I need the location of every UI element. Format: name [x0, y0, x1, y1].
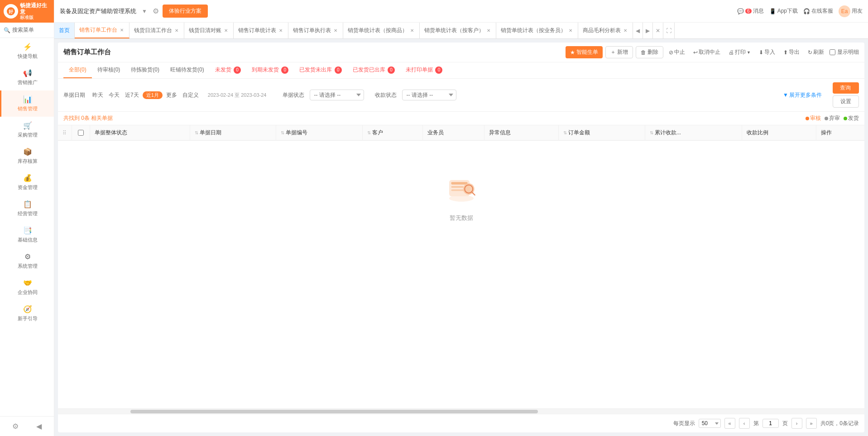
sidebar-item-inventory[interactable]: 📦 库存核算 [0, 143, 54, 169]
tab-cash-reconcile-close[interactable]: ✕ [223, 28, 229, 33]
show-detail-checkbox[interactable] [830, 49, 835, 55]
date-opt-yesterday[interactable]: 昨天 [91, 90, 105, 100]
select-all-checkbox[interactable] [78, 130, 84, 136]
tab-sales-summary-product[interactable]: 销货单统计表（按商品） ✕ [343, 23, 420, 38]
sub-tab-pending-check[interactable]: 待拣验货(0) [125, 62, 165, 78]
payment-filter-select[interactable]: -- 请选择 -- [402, 90, 456, 100]
expand-more-button[interactable]: ▼ 展开更多条件 [783, 91, 822, 99]
sub-tab-shipped-out[interactable]: 已发货已出库 0 [347, 62, 400, 78]
tab-sales-stats-close[interactable]: ✕ [278, 28, 283, 33]
review-action-btn[interactable]: 审核 [806, 114, 821, 122]
finance-label: 资金管理 [18, 184, 38, 191]
import-button[interactable]: ⬇ 导入 [756, 47, 778, 58]
sidebar-item-purchase[interactable]: 🛒 采购管理 [0, 117, 54, 143]
sidebar-item-cooperation[interactable]: 🤝 企业协同 [0, 274, 54, 300]
page-number-input[interactable] [762, 419, 779, 428]
sub-tab-not-printed[interactable]: 未打印单据 0 [400, 62, 448, 78]
scrollbar-thumb[interactable] [130, 410, 538, 413]
app-download-button[interactable]: 📱 App下载 [769, 7, 798, 15]
tab-sales-exec-close[interactable]: ✕ [333, 28, 338, 33]
tab-close-all[interactable]: ✕ [653, 23, 663, 38]
filter-settings-button[interactable]: 设置 [833, 95, 859, 108]
sub-tab-pending-review[interactable]: 待审核(0) [92, 62, 126, 78]
sort-number-icon: ⇅ [281, 130, 284, 135]
query-button[interactable]: 查询 [833, 82, 859, 94]
date-opt-more[interactable]: 更多 [164, 90, 179, 100]
sidebar-item-sales[interactable]: 📊 销售管理 [0, 90, 54, 117]
print-button[interactable]: 🖨 打印 ▼ [726, 47, 753, 58]
tab-scroll-left[interactable]: ◀ [633, 23, 643, 38]
user-area[interactable]: Ea 用友 [839, 5, 863, 17]
col-collected-header[interactable]: ⇅ 累计收款... [645, 125, 742, 141]
export-button[interactable]: ⬆ 导出 [781, 47, 802, 58]
show-detail-toggle[interactable]: 显示明细 [830, 48, 859, 56]
sidebar-item-search[interactable]: 🔍 搜索菜单 [0, 23, 54, 38]
filter-row-date: 单据日期 昨天 今天 近7天 近1月 更多 自定义 2023-02-24 至 2… [63, 82, 859, 108]
tab-sales-summary-product-close[interactable]: ✕ [409, 28, 415, 33]
ship-action-btn[interactable]: 发货 [844, 114, 859, 122]
solution-button[interactable]: 体验行业方案 [163, 5, 208, 18]
tab-sales-workbench[interactable]: 销售订单工作台 ✕ [75, 23, 129, 38]
sidebar-item-basic-info[interactable]: 📑 基础信息 [0, 222, 54, 248]
tab-sales-summary-customer-close[interactable]: ✕ [486, 28, 491, 33]
col-amount-header[interactable]: ⇅ 订单金额 [559, 125, 645, 141]
tab-sales-stats[interactable]: 销售订单统计表 ✕ [234, 23, 288, 38]
prev-page-button[interactable]: ‹ [739, 418, 750, 429]
tab-cash-reconcile[interactable]: 钱货日清对账 ✕ [184, 23, 234, 38]
suspend-button[interactable]: ⊘ 中止 [666, 47, 688, 58]
tab-sales-summary-staff[interactable]: 销货单统计表（按业务员） ✕ [496, 23, 578, 38]
tab-scroll-right[interactable]: ▶ [643, 23, 653, 38]
delete-button[interactable]: 🗑 删除 [636, 46, 663, 58]
col-check[interactable] [72, 125, 90, 141]
sidebar-item-finance[interactable]: 💰 资金管理 [0, 169, 54, 195]
date-opt-7days[interactable]: 近7天 [123, 90, 141, 100]
refresh-button[interactable]: ↻ 刷新 [805, 47, 827, 58]
col-customer-header[interactable]: ⇅ 客户 [362, 125, 422, 141]
topbar-settings-icon[interactable]: ⚙ [153, 7, 159, 15]
col-number-header[interactable]: ⇅ 单据编号 [276, 125, 363, 141]
horizontal-scrollbar[interactable] [58, 408, 864, 414]
status-filter-select[interactable]: -- 请选择 -- [310, 90, 364, 100]
tab-cash-daily-close[interactable]: ✕ [174, 28, 179, 33]
sidebar-item-guide[interactable]: 🧭 新手引导 [0, 300, 54, 327]
date-opt-custom[interactable]: 自定义 [181, 90, 201, 100]
add-button[interactable]: ＋ 新增 [605, 46, 633, 58]
sidebar-settings-button[interactable]: ⚙ [10, 420, 20, 432]
sub-tab-shipped-not-out[interactable]: 已发货未出库 0 [294, 62, 347, 78]
last-page-button[interactable]: » [806, 418, 817, 429]
cancel-review-btn[interactable]: 弃审 [825, 114, 840, 122]
sub-tab-not-shipped[interactable]: 未发货 0 [210, 62, 246, 78]
tab-sales-workbench-close[interactable]: ✕ [119, 27, 125, 33]
sidebar-item-system[interactable]: ⚙ 系统管理 [0, 248, 54, 274]
sidebar-item-quick-nav[interactable]: ⚡ 快捷导航 [0, 38, 54, 64]
sidebar-item-marketing[interactable]: 📢 营销推广 [0, 64, 54, 90]
date-opt-today[interactable]: 今天 [107, 90, 121, 100]
page-size-select[interactable]: 20 50 100 [699, 419, 721, 428]
tab-sales-summary-customer[interactable]: 销货单统计表（按客户） ✕ [420, 23, 496, 38]
tab-home[interactable]: 首页 [54, 23, 75, 38]
tab-expand[interactable]: ⛶ [663, 23, 675, 38]
tab-sales-summary-product-label: 销货单统计表（按商品） [348, 27, 408, 34]
sidebar-item-operations[interactable]: 📋 经营管理 [0, 195, 54, 222]
first-page-button[interactable]: « [724, 418, 735, 429]
message-button[interactable]: 💬 6 消息 [737, 7, 764, 15]
cancel-suspend-button[interactable]: ↩ 取消中止 [691, 47, 723, 58]
sidebar-collapse-button[interactable]: ◀ [34, 420, 43, 432]
date-filter-label: 单据日期 [63, 91, 85, 99]
pagination: 每页显示 20 50 100 « ‹ 第 页 › » 共0页，0条记录 [58, 414, 864, 432]
sub-tab-expired-not-shipped[interactable]: 到期未发货 0 [246, 62, 294, 78]
tab-product-margin-close[interactable]: ✕ [623, 28, 628, 33]
col-date-header[interactable]: ⇅ 单据日期 [190, 125, 276, 141]
sub-tab-wangpu[interactable]: 旺铺待发货(0) [165, 62, 210, 78]
online-service-button[interactable]: 🎧 在线客服 [803, 7, 833, 15]
work-card-header: 销售订单工作台 ★ 智能生单 ＋ 新增 🗑 删除 ⊘ [58, 43, 864, 62]
print-arrow-icon: ▼ [747, 50, 751, 55]
sub-tab-all[interactable]: 全部(0) [63, 62, 92, 78]
tab-sales-exec[interactable]: 销售订单执行表 ✕ [288, 23, 343, 38]
next-page-button[interactable]: › [791, 418, 802, 429]
smart-create-button[interactable]: ★ 智能生单 [566, 46, 603, 58]
tab-product-margin[interactable]: 商品毛利分析表 ✕ [578, 23, 633, 38]
date-opt-1month[interactable]: 近1月 [143, 91, 163, 99]
tab-sales-summary-staff-close[interactable]: ✕ [568, 28, 573, 33]
tab-cash-daily[interactable]: 钱货日清工作台 ✕ [129, 23, 184, 38]
